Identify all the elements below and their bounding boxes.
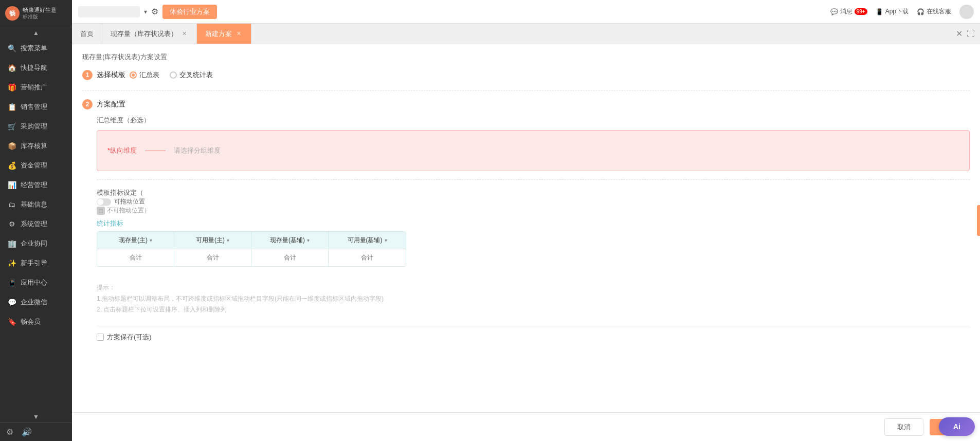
radio-summary[interactable]: 汇总表 <box>130 70 159 80</box>
topbar: ▾ ⚙ 体验行业方案 💬 消息 99+ 📱 App下载 🎧 在线客服 <box>72 0 980 24</box>
step1-section: 1 选择模板 汇总表 交叉统计表 <box>82 70 970 80</box>
sidebar-item-basic[interactable]: 🗂 基础信息 <box>0 195 72 214</box>
col2-dropdown-icon[interactable]: ▾ <box>227 237 229 243</box>
col4-label: 可用量(基辅) <box>348 236 383 245</box>
sidebar-item-marketing[interactable]: 🎁 营销推广 <box>0 78 72 97</box>
online-service-label: 在线客服 <box>927 7 951 16</box>
sidebar-item-system[interactable]: ⚙ 系统管理 <box>0 214 72 234</box>
step2-badge: 2 <box>82 99 93 109</box>
topbar-dropdown-btn[interactable]: ▾ <box>144 8 147 15</box>
vip-icon: 🔖 <box>7 317 16 326</box>
sidebar-label: 库存核算 <box>21 141 47 151</box>
col4-dropdown-icon[interactable]: ▾ <box>385 237 387 243</box>
tab-inventory-status[interactable]: 现存量（库存状况表） ✕ <box>102 24 197 44</box>
col-body-4: 合计 <box>329 249 406 266</box>
settings-icon[interactable]: ⚙ <box>6 427 13 437</box>
sidebar-label: 搜索菜单 <box>21 44 47 53</box>
cart-icon: 🛒 <box>7 122 16 131</box>
topbar-search-input[interactable] <box>78 6 140 17</box>
sidebar-label: 企业微信 <box>21 298 47 307</box>
sidebar-item-inventory[interactable]: 📦 库存核算 <box>0 136 72 156</box>
radio-summary-circle <box>130 71 137 79</box>
sidebar-scroll-down[interactable]: ▼ <box>0 411 72 422</box>
logo-icon: 畅 <box>5 6 20 21</box>
dimension-box[interactable]: *纵向维度 请选择分组维度 <box>97 130 970 171</box>
sidebar-label: 畅会员 <box>21 317 41 326</box>
toggle-pill[interactable] <box>97 198 111 206</box>
wechat-icon: 💬 <box>7 298 16 307</box>
step2-title: 方案配置 <box>97 100 125 109</box>
sidebar-label: 基础信息 <box>21 200 47 209</box>
step2-section: 2 方案配置 汇总维度（必选） *纵向维度 请选择分组维度 <box>82 99 970 348</box>
headset-icon: 🎧 <box>917 8 924 15</box>
guide-icon: ✨ <box>7 259 16 268</box>
topbar-gear-icon[interactable]: ⚙ <box>151 7 158 16</box>
tab-inventory-close[interactable]: ✕ <box>180 29 188 38</box>
col-header-1[interactable]: 现存量(主) ▾ <box>97 232 174 249</box>
sidebar-label: 快捷导航 <box>21 63 47 72</box>
template-radio-group: 汇总表 交叉统计表 <box>130 70 213 80</box>
sidebar-label: 经营管理 <box>21 180 47 190</box>
save-checkbox-label: 方案保存(可选) <box>107 333 152 342</box>
tab-close-btn[interactable]: ✕ <box>956 29 963 39</box>
col2-body: 合计 <box>174 249 251 266</box>
tab-new-scheme-label: 新建方案 <box>205 29 232 39</box>
sidebar-label: 资金管理 <box>21 161 47 170</box>
save-checkbox[interactable]: 方案保存(可选) <box>97 333 152 342</box>
sidebar-item-vip[interactable]: 🔖 畅会员 <box>0 312 72 332</box>
sidebar-item-guide[interactable]: ✨ 新手引导 <box>0 253 72 273</box>
message-btn[interactable]: 💬 消息 99+ <box>830 7 867 16</box>
gear-icon: ⚙ <box>7 219 16 229</box>
col-body-3: 合计 <box>251 249 329 266</box>
tab-home[interactable]: 首页 <box>72 24 102 44</box>
required-star: * <box>107 146 110 154</box>
tips-label: 提示： <box>97 284 115 291</box>
sidebar-item-enterprise[interactable]: 🏢 企业协同 <box>0 234 72 253</box>
tip1: 1.拖动标题栏可以调整布局，不可跨维度或指标区域拖动栏目字段(只能在同一维度或指… <box>97 293 970 305</box>
sidebar-scroll-up[interactable]: ▲ <box>0 27 72 39</box>
step1-badge: 1 <box>82 70 93 80</box>
content-area: 现存量(库存状况表)方案设置 1 选择模板 汇总表 交叉统计表 <box>72 44 980 412</box>
sidebar-item-app[interactable]: 📱 应用中心 <box>0 273 72 292</box>
sidebar-item-sales[interactable]: 📋 销售管理 <box>0 97 72 117</box>
radio-cross[interactable]: 交叉统计表 <box>170 70 213 80</box>
tab-bar-right: ✕ ⛶ <box>951 24 980 44</box>
user-avatar[interactable] <box>959 5 974 19</box>
app-download-label: App下载 <box>885 7 909 16</box>
sidebar-item-search-menu[interactable]: 🔍 搜索菜单 <box>0 39 72 58</box>
indicator-table-header: 现存量(主) ▾ 可用量(主) ▾ 现存量(基辅 <box>97 232 406 249</box>
message-icon: 💬 <box>830 8 838 15</box>
checkbox-box <box>97 334 104 341</box>
col3-dropdown-icon[interactable]: ▾ <box>307 237 310 243</box>
tab-expand-btn[interactable]: ⛶ <box>967 29 975 39</box>
sidebar-item-operation[interactable]: 📊 经营管理 <box>0 175 72 195</box>
dimension-label: 汇总维度（必选） <box>97 116 970 125</box>
section-divider-2 <box>97 179 970 180</box>
sidebar-logo: 畅 畅康通好生意 标准版 <box>0 0 72 27</box>
col-header-4[interactable]: 可用量(基辅) ▾ <box>329 232 406 249</box>
draggable-toggle: 可拖动位置 <box>97 197 150 206</box>
col-header-2[interactable]: 可用量(主) ▾ <box>174 232 251 249</box>
tab-new-scheme-close[interactable]: ✕ <box>235 29 243 38</box>
col2-label: 可用量(主) <box>196 236 225 245</box>
col1-dropdown-icon[interactable]: ▾ <box>150 237 152 243</box>
radio-cross-circle <box>170 71 177 79</box>
tab-new-scheme[interactable]: 新建方案 ✕ <box>197 24 251 44</box>
sidebar-label: 应用中心 <box>21 278 47 287</box>
cancel-button[interactable]: 取消 <box>884 418 923 436</box>
sidebar-item-quick-nav[interactable]: 🏠 快捷导航 <box>0 58 72 78</box>
step2-header: 2 方案配置 <box>82 99 970 109</box>
volume-icon[interactable]: 🔊 <box>22 427 32 437</box>
col-header-3[interactable]: 现存量(基辅) ▾ <box>251 232 329 249</box>
sidebar-label: 营销推广 <box>21 83 47 92</box>
sidebar-item-finance[interactable]: 💰 资金管理 <box>0 156 72 175</box>
app-icon: 📱 <box>7 278 16 287</box>
app-download-btn[interactable]: 📱 App下载 <box>876 7 909 16</box>
online-service-btn[interactable]: 🎧 在线客服 <box>917 7 951 16</box>
step2-body: 汇总维度（必选） *纵向维度 请选择分组维度 模板指标设定（ <box>82 116 970 348</box>
sidebar-item-purchase[interactable]: 🛒 采购管理 <box>0 117 72 136</box>
sales-icon: 📋 <box>7 102 16 112</box>
sidebar-item-wechat[interactable]: 💬 企业微信 <box>0 292 72 312</box>
ai-float-button[interactable]: Ai <box>939 417 975 436</box>
trial-btn[interactable]: 体验行业方案 <box>162 5 217 19</box>
